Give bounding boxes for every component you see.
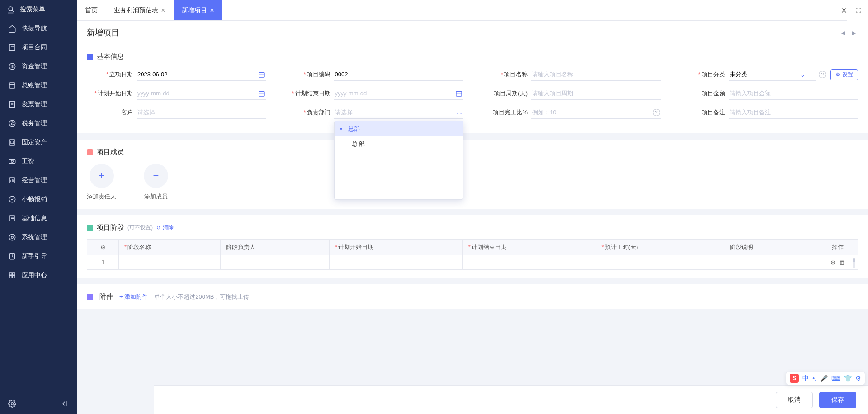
prev-icon[interactable]: ◀ <box>839 28 847 38</box>
svg-rect-33 <box>259 72 264 77</box>
chevron-down-icon[interactable]: ⌄ <box>800 71 805 78</box>
ime-skin-icon[interactable]: 👕 <box>844 375 852 382</box>
svg-rect-14 <box>11 141 14 144</box>
more-icon[interactable]: ⋯ <box>259 109 265 116</box>
tab-2[interactable]: 新增项目✕ <box>174 0 222 20</box>
tax-icon <box>8 119 16 127</box>
svg-point-23 <box>9 234 15 240</box>
sidebar-search-label: 搜索菜单 <box>20 5 45 14</box>
home-icon <box>8 24 16 33</box>
tab-0[interactable]: 首页 <box>77 0 106 20</box>
sidebar-item-label: 固定资产 <box>22 138 47 146</box>
fullscreen-icon[interactable] <box>854 5 863 15</box>
add-owner-label: 添加责任人 <box>87 193 116 201</box>
svg-rect-26 <box>13 273 15 275</box>
help-icon[interactable]: ? <box>653 109 660 116</box>
ime-mic-icon[interactable]: 🎤 <box>820 375 828 382</box>
sidebar-item-7[interactable]: 工资 <box>0 152 77 171</box>
sidebar-item-2[interactable]: 资金管理 <box>0 57 77 76</box>
sidebar-search[interactable]: 搜索菜单 <box>0 0 77 19</box>
sidebar-item-4[interactable]: 发票管理 <box>0 95 77 114</box>
sidebar-item-3[interactable]: 总账管理 <box>0 76 77 95</box>
tab-close-icon[interactable]: ✕ <box>161 7 165 14</box>
table-row[interactable]: 1⊕🗑 <box>87 255 858 270</box>
clear-link[interactable]: ↺ 清除 <box>156 224 174 231</box>
asset-icon <box>8 138 16 146</box>
stages-table: ⚙*阶段名称阶段负责人*计划开始日期*计划结束日期*预计工时(天)阶段说明操作 … <box>87 239 858 270</box>
chevron-up-icon[interactable]: ︿ <box>457 108 462 117</box>
sidebar-item-label: 应用中心 <box>22 271 47 279</box>
svg-rect-3 <box>9 44 15 51</box>
next-icon[interactable]: ▶ <box>850 28 858 38</box>
stage-col-4: *计划结束日期 <box>462 240 596 255</box>
tab-label: 业务利润预估表 <box>114 6 158 14</box>
add-member-button[interactable]: + <box>144 164 168 188</box>
settings-button[interactable]: ⚙ 设置 <box>830 69 858 80</box>
sidebar-item-0[interactable]: 快捷导航 <box>0 19 77 38</box>
settings-icon <box>8 233 16 241</box>
sidebar-item-12[interactable]: 新手引导 <box>0 247 77 266</box>
svg-rect-25 <box>9 273 12 275</box>
save-button[interactable]: 保存 <box>819 392 856 408</box>
receipt-icon <box>8 100 16 108</box>
sidebar-item-label: 项目合同 <box>22 43 47 52</box>
project-name-input[interactable] <box>531 68 661 81</box>
cycle-input[interactable] <box>531 87 661 100</box>
stages-card: 项目阶段 (可不设置) ↺ 清除 ⚙*阶段名称阶段负责人*计划开始日期*计划结束… <box>77 215 868 278</box>
establish-date-input[interactable] <box>137 68 266 81</box>
sidebar-item-6[interactable]: 固定资产 <box>0 133 77 152</box>
close-icon[interactable] <box>839 5 849 15</box>
section-icon <box>87 225 93 231</box>
sidebar-item-label: 总账管理 <box>22 81 47 89</box>
help-icon[interactable]: ? <box>819 71 826 78</box>
dept-select[interactable] <box>334 106 464 119</box>
sidebar-item-5[interactable]: 税务管理 <box>0 114 77 133</box>
calendar-icon[interactable] <box>258 71 265 78</box>
progress-input[interactable] <box>531 106 661 119</box>
ime-keyboard-icon[interactable]: ⌨ <box>831 375 840 382</box>
plan-end-input[interactable] <box>334 87 464 100</box>
add-attachment-link[interactable]: + 添加附件 <box>119 293 148 301</box>
ime-punct-icon[interactable]: •, <box>812 375 816 382</box>
dept-option-1[interactable]: 总 部 <box>335 136 463 152</box>
stages-subtitle: (可不设置) <box>127 224 153 231</box>
salary-icon <box>8 157 16 165</box>
dept-dropdown: ▾总部总 部 <box>334 121 464 200</box>
svg-line-1 <box>12 10 14 12</box>
svg-rect-41 <box>456 91 462 96</box>
sidebar-item-13[interactable]: 应用中心 <box>0 266 77 285</box>
project-code-input[interactable] <box>334 68 464 81</box>
ime-toolbox-icon[interactable]: ⚙ <box>855 375 861 382</box>
stage-col-3: *计划开始日期 <box>330 240 463 255</box>
remark-input[interactable] <box>729 106 859 119</box>
plan-start-input[interactable] <box>137 87 266 100</box>
delete-row-icon[interactable]: 🗑 <box>839 259 845 266</box>
svg-point-29 <box>11 403 14 405</box>
gear-icon[interactable]: ⚙ <box>100 244 106 251</box>
ime-logo-icon: S <box>790 374 799 383</box>
table-scrollbar[interactable] <box>853 258 855 268</box>
sidebar-item-1[interactable]: 项目合同 <box>0 38 77 57</box>
sidebar-item-label: 新手引导 <box>22 252 47 260</box>
calendar-icon[interactable] <box>258 90 265 97</box>
tab-close-icon[interactable]: ✕ <box>210 7 214 14</box>
sidebar-item-10[interactable]: 基础信息 <box>0 209 77 228</box>
settings-gear-icon[interactable] <box>8 400 16 408</box>
ime-status-bar[interactable]: S 中 •, 🎤 ⌨ 👕 ⚙ <box>786 372 865 385</box>
sidebar-item-label: 工资 <box>22 157 34 165</box>
amount-input[interactable] <box>729 87 859 100</box>
svg-rect-7 <box>9 83 15 88</box>
calendar-icon[interactable] <box>455 90 462 97</box>
sidebar-item-11[interactable]: 系统管理 <box>0 228 77 247</box>
add-owner-button[interactable]: + <box>90 164 114 188</box>
dept-option-0[interactable]: ▾总部 <box>335 121 463 136</box>
tab-1[interactable]: 业务利润预估表✕ <box>106 0 174 20</box>
cancel-button[interactable]: 取消 <box>776 392 813 408</box>
section-title-stages: 项目阶段 <box>97 223 124 232</box>
sidebar-item-8[interactable]: 经营管理 <box>0 171 77 190</box>
collapse-icon[interactable] <box>61 400 69 408</box>
ime-lang-icon[interactable]: 中 <box>802 374 809 382</box>
add-row-icon[interactable]: ⊕ <box>830 259 835 266</box>
customer-select[interactable] <box>137 106 266 119</box>
sidebar-item-9[interactable]: 小畅报销 <box>0 190 77 209</box>
